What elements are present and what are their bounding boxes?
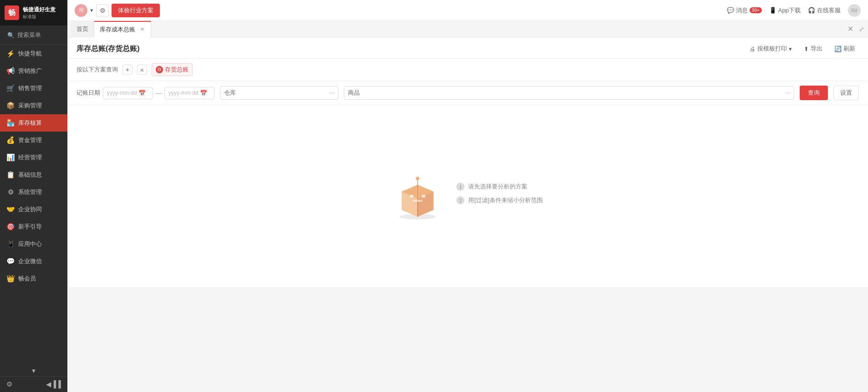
sidebar-scroll-down[interactable]: ▼ [0, 366, 67, 376]
sidebar-item-label: 企业微信 [18, 257, 42, 265]
filter-add-btn[interactable]: + [123, 65, 133, 75]
refresh-icon: 🔄 [834, 46, 842, 52]
tip-num-1: 1 [456, 183, 465, 191]
app-download-btn[interactable]: 📱 App下载 [769, 6, 801, 15]
tip-text-2: 用[过滤]条件来缩小分析范围 [468, 196, 542, 204]
industry-btn[interactable]: 体验行业方案 [112, 4, 160, 17]
warehouse-label: 仓库 [224, 89, 236, 97]
page-content: 库存总账(存货总账) 🖨 按模板打印 ▾ ⬆ 导出 🔄 刷新 按以下方案查询 [67, 37, 868, 392]
online-service-btn[interactable]: 🎧 在线客服 [808, 6, 841, 15]
product-field[interactable]: 商品 ··· [344, 86, 794, 100]
app-version: 标准版 [23, 14, 56, 20]
phone-icon: 📱 [769, 7, 776, 14]
print-btn[interactable]: 🖨 按模板打印 ▾ [746, 43, 796, 55]
tip-num-2: 2 [456, 196, 465, 204]
sidebar-item-finance[interactable]: 💰 资金管理 [0, 132, 67, 149]
online-service-label: 在线客服 [817, 6, 841, 15]
empty-inner: 1 请先选择要分析的方案 2 用[过滤]条件来缩小分析范围 [393, 171, 542, 221]
user-avatar-right[interactable]: Rit [848, 4, 861, 17]
scheme-label: 存货总账 [165, 66, 189, 74]
tab-inventory-cost-label: 库存成本总账 [100, 25, 135, 34]
tabbar-right: ✕ ⤢ [846, 25, 864, 33]
sidebar-item-inventory[interactable]: 🏪 库存核算 [0, 114, 67, 132]
setting-btn[interactable]: 设置 [833, 86, 859, 100]
scheme-item-inventory[interactable]: 存 存货总账 [152, 63, 193, 76]
tab-home[interactable]: 首页 [71, 21, 94, 37]
print-dropdown-icon: ▾ [789, 46, 792, 52]
user-name-display: Rit [851, 8, 857, 13]
calendar-start-icon[interactable]: 📅 [138, 90, 146, 97]
date-start-input[interactable]: yyyy-mm-dd 📅 [103, 87, 153, 99]
sidebar-item-label: 销售管理 [18, 84, 42, 92]
sidebar-item-guide[interactable]: 🎯 新手引导 [0, 218, 67, 235]
refresh-btn[interactable]: 🔄 刷新 [831, 43, 859, 55]
message-badge: 99+ [750, 7, 762, 13]
main-area: 用 ▾ ⚙ 体验行业方案 💬 消息 99+ 📱 App下载 🎧 在线客服 [67, 0, 868, 392]
sidebar-item-marketing[interactable]: 📢 营销推广 [0, 62, 67, 80]
sidebar-item-sales[interactable]: 🛒 销售管理 [0, 80, 67, 97]
tab-close-all-btn[interactable]: ✕ [846, 25, 855, 33]
tab-inventory-cost[interactable]: 库存成本总账 ✕ [94, 21, 151, 37]
page-actions: 🖨 按模板打印 ▾ ⬆ 导出 🔄 刷新 [746, 43, 859, 55]
svg-point-13 [416, 177, 419, 180]
search-btn[interactable]: 查询 [800, 86, 828, 100]
app-name: 畅捷通好生意 [23, 6, 56, 14]
sidebar-search-trigger[interactable]: 🔍 搜索菜单 [5, 29, 63, 41]
date-field: 记账日期 yyyy-mm-dd 📅 — yyyy-mm-dd 📅 [77, 87, 214, 99]
date-label: 记账日期 [77, 89, 100, 97]
sidebar-search-area[interactable]: 🔍 搜索菜单 [0, 25, 67, 45]
tab-resize-btn[interactable]: ⤢ [859, 25, 864, 33]
sidebar-item-appcenter[interactable]: 📱 应用中心 [0, 235, 67, 253]
search-filter-row: 记账日期 yyyy-mm-dd 📅 — yyyy-mm-dd 📅 仓库 ··· … [67, 81, 868, 105]
date-start-placeholder: yyyy-mm-dd [107, 90, 137, 96]
export-btn[interactable]: ⬆ 导出 [800, 43, 826, 55]
date-end-input[interactable]: yyyy-mm-dd 📅 [164, 87, 214, 99]
wechat-icon: 💬 [6, 257, 15, 265]
sidebar-item-label: 经营管理 [18, 153, 42, 162]
warehouse-more-btn[interactable]: ··· [330, 90, 334, 96]
topbar-dropdown[interactable]: ▾ [90, 7, 93, 14]
marketing-icon: 📢 [6, 67, 15, 75]
sidebar-item-purchase[interactable]: 📦 采购管理 [0, 97, 67, 114]
sidebar-item-basic[interactable]: 📋 基础信息 [0, 166, 67, 183]
sidebar-item-quick-nav[interactable]: ⚡ 快捷导航 [0, 45, 67, 62]
date-separator: — [156, 90, 162, 97]
headset-icon: 🎧 [808, 7, 815, 14]
sidebar-logo: 畅 畅捷通好生意 标准版 [0, 0, 67, 25]
topbar-gear-btn[interactable]: ⚙ [96, 4, 109, 17]
user-avatar-bar: 用 [75, 4, 87, 17]
warehouse-input[interactable] [238, 90, 328, 96]
product-more-btn[interactable]: ··· [786, 90, 790, 96]
product-label: 商品 [348, 89, 360, 97]
sidebar-item-membership[interactable]: 👑 畅会员 [0, 270, 67, 287]
message-icon: 💬 [727, 7, 734, 14]
warehouse-field[interactable]: 仓库 ··· [220, 86, 338, 100]
sidebar-item-wechat[interactable]: 💬 企业微信 [0, 253, 67, 270]
sidebar-item-system[interactable]: ⚙ 系统管理 [0, 183, 67, 201]
operation-icon: 📊 [6, 153, 15, 162]
sidebar-item-label: 营销推广 [18, 67, 42, 75]
system-icon: ⚙ [6, 188, 15, 196]
sidebar-item-operation[interactable]: 📊 经营管理 [0, 149, 67, 166]
filter-collapse-btn[interactable]: « [137, 65, 147, 75]
speaker-bottom-icon[interactable]: ◀▐▐ [46, 380, 61, 388]
tab-home-label: 首页 [77, 25, 88, 33]
message-btn[interactable]: 💬 消息 99+ [727, 6, 762, 15]
appcenter-icon: 📱 [6, 240, 15, 248]
sidebar-bottom: ⚙ ◀▐▐ [0, 376, 67, 392]
tab-close-btn[interactable]: ✕ [139, 26, 145, 33]
settings-bottom-icon[interactable]: ⚙ [6, 380, 12, 388]
print-label: 按模板打印 [757, 45, 787, 53]
sidebar-item-label: 应用中心 [18, 240, 42, 248]
product-input[interactable] [362, 90, 784, 96]
collapse-icon: « [140, 66, 144, 73]
svg-rect-10 [422, 195, 425, 198]
sidebar-item-label: 采购管理 [18, 102, 42, 110]
refresh-label: 刷新 [843, 45, 855, 53]
date-end-placeholder: yyyy-mm-dd [168, 90, 198, 96]
calendar-end-icon[interactable]: 📅 [200, 90, 207, 97]
sidebar-item-cooperation[interactable]: 🤝 企业协同 [0, 201, 67, 218]
search-icon: 🔍 [7, 32, 15, 39]
quick-nav-icon: ⚡ [6, 50, 15, 58]
scheme-icon: 存 [156, 66, 163, 73]
